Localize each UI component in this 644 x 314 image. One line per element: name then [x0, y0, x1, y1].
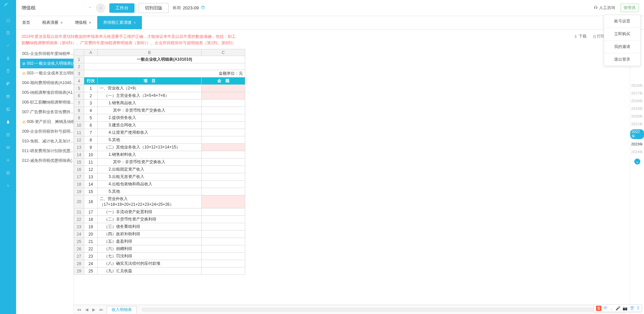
year-strip: 2016年2017年2018年2019年2020年2021年2022年2023年… [630, 29, 644, 314]
svg-point-9 [7, 109, 8, 109]
download-icon: ⇩ [574, 34, 577, 39]
form-nav-item[interactable]: 011-研发费用加计扣除优惠… [20, 146, 73, 156]
year-2017年[interactable]: 2017年 [631, 91, 643, 96]
ime-grid-icon[interactable]: ⠿ [637, 306, 640, 311]
nav-item-label: 006-职工薪酬纳税调整明细… [22, 100, 73, 105]
consult-link[interactable]: 人工咨询 [594, 5, 615, 11]
form-nav-item[interactable]: 007-广告费和业务宣传费跨… [20, 107, 73, 117]
switch-old-button[interactable]: 切到旧版 [139, 3, 169, 13]
svg-rect-4 [8, 82, 10, 84]
ime-lang[interactable]: 中 [603, 305, 607, 311]
user-menu-item[interactable]: 我的邀请 [604, 40, 640, 53]
ime-mic-icon[interactable]: 🎤 [615, 306, 621, 311]
tab-label: 所得税汇算清缴 [103, 20, 131, 25]
year-2021年[interactable]: 2021年 [631, 122, 643, 127]
workbench-button[interactable]: 工作台 [109, 3, 135, 13]
sogou-logo-icon: S [596, 306, 601, 311]
form-nav-item[interactable]: 006-职工薪酬纳税调整明细… [20, 98, 73, 107]
ime-skin-icon[interactable]: 👕 [630, 306, 635, 311]
chart-icon[interactable] [5, 42, 11, 49]
money-icon[interactable] [5, 55, 11, 62]
grid-icon[interactable] [5, 80, 11, 87]
form-nav-item[interactable]: 009-企业所得税弥补亏损明… [20, 127, 73, 136]
form-nav-item[interactable]: 001-企业所得税年度纳税申… [20, 49, 73, 59]
period-picker[interactable]: 账期 2023-09 [173, 5, 205, 11]
svg-rect-6 [7, 95, 9, 96]
print-button[interactable]: ⎙打印 [593, 34, 605, 39]
year-2022年[interactable]: 2022年 [630, 129, 644, 139]
image-icon[interactable] [5, 106, 11, 113]
sheet-nav-prev[interactable]: ◀ [85, 307, 89, 312]
svg-point-12 [8, 160, 9, 161]
user-menu-item[interactable]: 账号设置 [604, 15, 640, 27]
nav-item-label: 008-资产折旧、摊销及纳税… [27, 119, 73, 125]
form-nav-item[interactable]: ⊘003-一般企业成本支出明细… [20, 68, 73, 78]
ime-tool-icon[interactable]: 📷 [623, 306, 628, 311]
tax-type-dropdown[interactable]: 增值税 [21, 5, 92, 11]
nav-item-label: 011-研发费用加计扣除优惠… [22, 148, 73, 154]
sheet-nav-next[interactable]: ▶ [92, 307, 96, 312]
admin-button[interactable]: 管理员 [621, 4, 639, 12]
tab-增值税[interactable]: 增值税× [69, 16, 97, 29]
ime-bar[interactable]: S 中 ， 🎤 📷 👕 ⠿ [594, 304, 642, 312]
year-2019年[interactable]: 2019年 [631, 106, 643, 111]
chevron-down-icon [88, 5, 92, 10]
form-nav-item[interactable]: 010-免税、减计收入及加计… [20, 136, 73, 146]
app-logo-icon [4, 3, 12, 11]
doc-icon[interactable] [5, 29, 11, 36]
close-icon[interactable]: × [133, 20, 136, 25]
nav-item-label: 003-一般企业成本支出明细… [27, 70, 73, 76]
template-icon[interactable] [5, 93, 11, 100]
form-nav-item[interactable]: ⊘008-资产折旧、摊销及纳税… [20, 117, 73, 127]
form-nav-item[interactable]: ⊘002-一般企业收入明细表(A1… [20, 59, 73, 68]
year-2018年[interactable]: 2018年 [631, 99, 643, 104]
ime-punct[interactable]: ， [609, 305, 613, 311]
sheet-nav-last[interactable]: ⏭ [99, 307, 104, 312]
form-nav-item[interactable]: 005-纳税调整项目明细表(A1… [20, 88, 73, 98]
sheet-nav-first[interactable]: ⏮ [76, 307, 82, 312]
dropdown-label: 增值税 [21, 5, 36, 11]
home-icon[interactable] [5, 17, 11, 23]
print-icon: ⎙ [593, 34, 596, 39]
year-2023年[interactable]: 2023年 [631, 142, 643, 147]
page-tabs: 首页税表清册×增值税×所得税汇算清缴× [16, 16, 644, 29]
tab-所得税汇算清缴[interactable]: 所得税汇算清缴× [97, 16, 142, 29]
svg-rect-1 [7, 59, 9, 60]
user-menu-item[interactable]: 退出登录 [604, 53, 640, 66]
warning-icon: ⊘ [22, 61, 25, 66]
year-2016年[interactable]: 2016年 [631, 83, 643, 88]
v-icon[interactable] [5, 182, 11, 189]
tab-税表清册[interactable]: 税表清册× [36, 16, 69, 29]
form-nav-item[interactable]: 004-期间费用明细表(A1040… [20, 78, 73, 88]
close-icon[interactable]: × [60, 20, 63, 25]
sheet-tab[interactable]: 收入明细表 [107, 306, 137, 313]
tax-icon[interactable] [5, 119, 11, 125]
period-label: 账期 [173, 5, 181, 11]
settings-icon[interactable] [5, 157, 11, 164]
tab-首页[interactable]: 首页 [16, 16, 36, 29]
close-icon[interactable]: × [89, 20, 91, 25]
spreadsheet[interactable]: ABC1一般企业收入明细表(A101010)23金额单位：元4行次项 目金 额5… [74, 49, 245, 275]
inbox-icon[interactable] [5, 144, 11, 151]
year-2020年[interactable]: 2020年 [631, 114, 643, 119]
nav-item-label: 010-免税、减计收入及加计… [22, 138, 73, 144]
user-menu-item[interactable]: 立即购买 [604, 27, 640, 40]
export-icon[interactable] [5, 131, 11, 138]
play-icon[interactable] [5, 170, 11, 176]
form-nav-item[interactable]: 012-减免所得税优惠明细表(… [20, 156, 73, 166]
download-button[interactable]: ⇩下载 [574, 34, 587, 39]
download-label: 下载 [579, 34, 587, 39]
form-nav-list: 001-企业所得税年度纳税申…⊘002-一般企业收入明细表(A1…⊘003-一般… [20, 49, 74, 314]
nav-item-label: 004-期间费用明细表(A1040… [22, 80, 73, 86]
horizontal-scrollbar[interactable] [142, 308, 621, 311]
year-2024年[interactable]: 2024年 [631, 149, 643, 154]
year-more-button[interactable]: ⌄ [634, 159, 640, 165]
nav-item-label: 012-减免所得税优惠明细表(… [22, 158, 73, 164]
clipboard-icon[interactable] [5, 68, 11, 74]
svg-rect-14 [202, 6, 204, 9]
warning-icon: ⊘ [22, 71, 25, 76]
tab-label: 税表清册 [42, 20, 58, 25]
nav-item-label: 005-纳税调整项目明细表(A1… [22, 90, 73, 96]
menu-circle-button[interactable] [96, 3, 105, 13]
period-value: 2023-09 [183, 5, 199, 10]
